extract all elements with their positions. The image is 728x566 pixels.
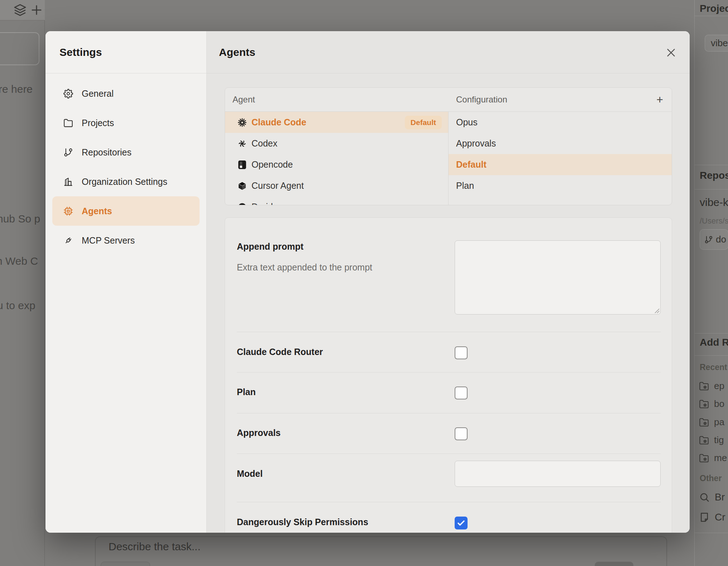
- check-icon: [457, 519, 465, 527]
- recent-repo-label: bo: [714, 398, 724, 409]
- sidebar-item-label: Projects: [82, 118, 114, 128]
- config-name: Plan: [456, 181, 474, 191]
- recent-repo-label: pa: [714, 417, 724, 428]
- other-label: Other: [700, 474, 722, 483]
- settings-nav: General Projects Repositories Organizati…: [46, 73, 206, 255]
- agent-row-opencode[interactable]: Opencode: [225, 154, 448, 175]
- resize-grip-icon[interactable]: [653, 307, 660, 314]
- claude-code-router-label: Claude Code Router: [237, 347, 323, 357]
- plug-icon: [63, 236, 73, 245]
- task-toolbar-button[interactable]: [101, 562, 150, 566]
- task-input[interactable]: Describe the task...: [95, 536, 667, 566]
- sidebar-item-label: Organization Settings: [82, 177, 167, 187]
- project-select[interactable]: vibe: [705, 35, 728, 52]
- folder-star-icon: [699, 381, 709, 391]
- agent-name: Codex: [252, 138, 277, 149]
- agent-row-codex[interactable]: Codex: [225, 133, 448, 154]
- droid-icon: [237, 202, 247, 206]
- cursor-cube-icon: [237, 181, 247, 191]
- settings-title: Settings: [59, 46, 102, 58]
- approvals-checkbox[interactable]: [455, 427, 468, 440]
- repository-path: /Users/s: [700, 216, 728, 226]
- config-name: Opus: [456, 117, 478, 128]
- sidebar-item-organization-settings[interactable]: Organization Settings: [52, 167, 200, 196]
- sidebar-item-mcp-servers[interactable]: MCP Servers: [52, 226, 200, 255]
- sidebar-item-repositories[interactable]: Repositories: [52, 138, 200, 167]
- branch-select[interactable]: do: [700, 229, 728, 250]
- task-input-placeholder: Describe the task...: [109, 541, 201, 553]
- create-repo-item[interactable]: Cr: [699, 512, 725, 523]
- building-icon: [63, 177, 73, 187]
- dangerously-skip-permissions-label: Dangerously Skip Permissions: [237, 517, 368, 527]
- new-file-icon: [699, 512, 710, 523]
- model-label: Model: [237, 469, 263, 479]
- default-badge: Default: [405, 116, 442, 129]
- plus-icon[interactable]: [30, 4, 43, 16]
- add-configuration-button[interactable]: +: [656, 94, 672, 105]
- sidebar-item-general[interactable]: General: [52, 79, 200, 108]
- settings-sidebar-header: Settings: [46, 31, 206, 73]
- claude-code-router-checkbox[interactable]: [455, 346, 468, 359]
- folder-star-icon: [699, 417, 709, 427]
- background-text: n Web C: [0, 255, 38, 267]
- recent-repo-item[interactable]: me: [699, 452, 727, 464]
- recent-repo-label: ep: [714, 380, 724, 392]
- table-body: Claude Code Default Codex Opencode: [225, 112, 672, 205]
- agent-config-form: Append prompt Extra text appended to the…: [225, 217, 672, 533]
- codex-swirl-icon: [237, 139, 247, 149]
- model-input[interactable]: [455, 461, 661, 487]
- recent-repo-item[interactable]: pa: [699, 417, 724, 428]
- table-header-row: Agent Configuration +: [225, 88, 672, 112]
- config-name: Default: [456, 159, 487, 170]
- plan-label: Plan: [237, 387, 256, 397]
- config-row-default[interactable]: Default: [449, 154, 672, 175]
- recent-repo-item[interactable]: bo: [699, 398, 724, 409]
- recent-repo-label: me: [714, 452, 727, 464]
- task-submit-button[interactable]: [595, 562, 633, 566]
- dangerously-skip-permissions-checkbox[interactable]: [455, 517, 468, 529]
- append-prompt-label: Append prompt: [237, 241, 303, 252]
- config-row-approvals[interactable]: Approvals: [449, 133, 672, 154]
- project-select-value: vibe: [711, 38, 728, 49]
- right-panel: Projec vibe Repos vibe-k /Users/s do Add…: [694, 0, 728, 566]
- settings-modal: Settings General Projects Repositories O…: [46, 31, 690, 533]
- recent-label: Recent: [700, 363, 727, 372]
- folder-star-icon: [699, 399, 709, 409]
- agent-name: Opencode: [252, 159, 293, 170]
- agent-config-table: Agent Configuration + Claude Code Defaul…: [225, 87, 672, 205]
- layers-icon[interactable]: [14, 4, 27, 16]
- append-prompt-description: Extra text appended to the prompt: [237, 262, 372, 273]
- sidebar-item-label: General: [82, 88, 114, 99]
- agent-name: Claude Code: [252, 117, 306, 128]
- approvals-label: Approvals: [237, 428, 281, 438]
- sidebar-item-projects[interactable]: Projects: [52, 108, 200, 138]
- background-left-topbar: [0, 0, 45, 20]
- settings-main-header: Agents: [207, 31, 690, 73]
- agent-row-droid[interactable]: Droid: [225, 196, 448, 205]
- sidebar-item-agents[interactable]: Agents: [52, 196, 200, 226]
- recent-repo-item[interactable]: ep: [699, 380, 724, 392]
- agent-column: Claude Code Default Codex Opencode: [225, 112, 449, 205]
- close-icon[interactable]: [665, 47, 677, 58]
- browse-repos-item[interactable]: Br: [699, 491, 725, 503]
- config-row-opus[interactable]: Opus: [449, 112, 672, 133]
- background-text: u to exp: [0, 299, 35, 312]
- config-row-plan[interactable]: Plan: [449, 175, 672, 196]
- folder-star-icon: [699, 453, 709, 463]
- config-name: Approvals: [456, 138, 496, 149]
- agent-row-cursor-agent[interactable]: Cursor Agent: [225, 175, 448, 196]
- repository-name: vibe-k: [700, 196, 728, 208]
- project-header: Projec: [700, 3, 728, 14]
- plan-checkbox[interactable]: [455, 387, 468, 399]
- append-prompt-textarea[interactable]: [455, 240, 661, 315]
- create-repo-label: Cr: [715, 512, 725, 523]
- agent-row-claude-code[interactable]: Claude Code Default: [225, 112, 448, 133]
- search-icon: [699, 492, 710, 503]
- recent-repo-item[interactable]: tig: [699, 435, 724, 446]
- background-input-box: [0, 32, 39, 65]
- folder-icon: [63, 118, 73, 128]
- claude-starburst-icon: [237, 117, 247, 128]
- background-left-sidebar: re here: [0, 0, 45, 566]
- git-branch-icon: [63, 148, 73, 157]
- opencode-terminal-icon: [237, 160, 247, 170]
